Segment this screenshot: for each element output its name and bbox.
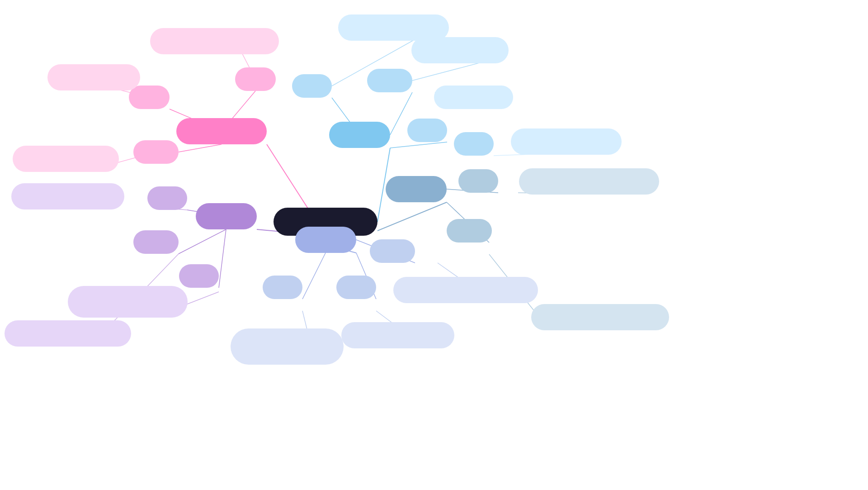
m2-age-node[interactable] — [458, 169, 498, 193]
m4-aim-node[interactable] — [147, 186, 187, 210]
nuanced-node[interactable] — [5, 320, 131, 347]
svg-line-2 — [377, 202, 447, 231]
basic-int-node[interactable] — [411, 37, 509, 63]
svg-line-15 — [412, 62, 483, 81]
adv-comm-node[interactable] — [393, 277, 538, 303]
social-cues-node[interactable] — [434, 86, 513, 109]
unlock-social-node[interactable] — [341, 322, 454, 348]
svg-line-13 — [390, 142, 447, 148]
svg-line-23 — [179, 229, 226, 254]
verbal-adults-node[interactable] — [68, 286, 188, 318]
comm-dev-node[interactable] — [150, 28, 279, 54]
module3-node[interactable] — [295, 227, 356, 253]
module2-node[interactable] — [386, 176, 447, 202]
verbal-youth-node[interactable] — [231, 328, 344, 365]
m1-aim-node[interactable] — [407, 119, 447, 142]
toddler-focus-node[interactable] — [133, 140, 179, 164]
m1-aim-sub-node[interactable] — [454, 132, 494, 156]
svg-line-6 — [179, 144, 222, 152]
m3-age-node[interactable] — [263, 276, 302, 299]
toddler-aim-node[interactable] — [235, 67, 276, 91]
toddler-age-node[interactable] — [129, 86, 170, 109]
m4-age-node[interactable] — [179, 264, 219, 288]
m4-focus-node[interactable] — [133, 230, 179, 254]
enc-creativity-node[interactable] — [511, 128, 622, 155]
module1-node[interactable] — [329, 122, 390, 148]
svg-line-28 — [302, 253, 326, 299]
m1-age-node[interactable] — [292, 74, 332, 98]
twelve-months-node[interactable] — [47, 64, 140, 90]
complex-social-node[interactable] — [531, 304, 669, 330]
meaningful-node[interactable] — [11, 183, 124, 209]
module4-node[interactable] — [196, 203, 257, 229]
any-age-node[interactable] — [519, 168, 659, 195]
m2-focus-node[interactable] — [447, 219, 492, 243]
m3-aim-node[interactable] — [336, 276, 376, 299]
m1-focus-node[interactable] — [367, 69, 412, 92]
m3-focus-node[interactable] — [370, 239, 415, 263]
toddler-module-node[interactable] — [176, 118, 267, 144]
svg-line-24 — [219, 229, 226, 288]
early-social-node[interactable] — [13, 146, 119, 172]
